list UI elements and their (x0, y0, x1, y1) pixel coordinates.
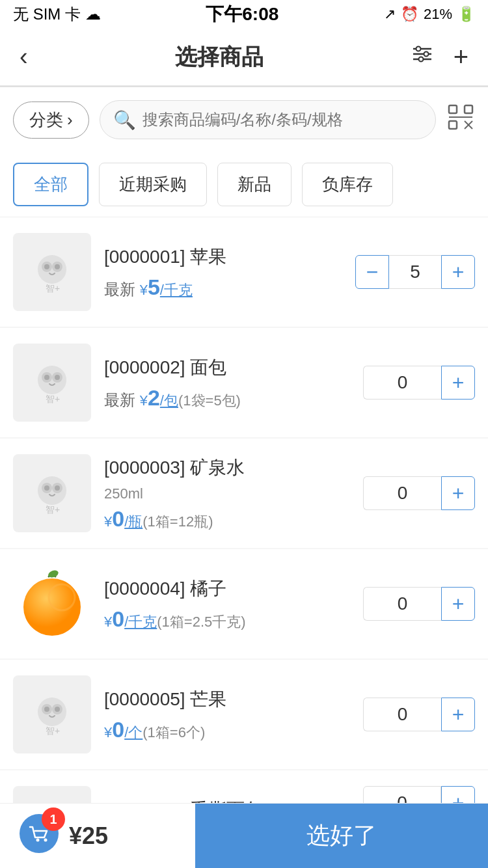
svg-text:智+: 智+ (46, 726, 60, 736)
nav-bar: ‹ 选择商品 + (0, 29, 488, 86)
battery-icon: 🔋 (457, 6, 475, 23)
chevron-icon: › (67, 110, 73, 130)
cart-badge: 1 (42, 807, 65, 831)
quantity-decrement[interactable]: − (355, 255, 389, 289)
svg-point-15 (44, 264, 49, 269)
svg-point-21 (44, 375, 49, 380)
svg-point-37 (55, 707, 60, 712)
quantity-input[interactable] (363, 698, 441, 731)
product-image: 智+ (13, 233, 91, 311)
status-right: ↗ ⏰ 21% 🔋 (384, 6, 475, 23)
list-item: 智+ [0000001] 苹果 最新 ¥5/千克 − + (0, 217, 488, 327)
quantity-input[interactable] (389, 255, 441, 289)
product-price: ¥0/千克(1箱=2.5千克) (104, 606, 350, 632)
svg-point-52 (36, 839, 40, 842)
product-image (13, 565, 91, 643)
search-box: 🔍 (100, 100, 436, 139)
svg-rect-6 (449, 105, 457, 113)
svg-rect-8 (449, 121, 457, 129)
product-info: [0000003] 矿泉水 250ml ¥0/瓶(1箱=12瓶) (104, 455, 350, 532)
product-name: [0000001] 苹果 (104, 245, 342, 269)
status-time: 下午6:08 (206, 2, 278, 27)
category-button[interactable]: 分类 › (13, 102, 89, 139)
svg-point-36 (44, 707, 49, 712)
svg-point-53 (44, 839, 47, 842)
quantity-increment[interactable]: + (441, 587, 475, 621)
quantity-control: + (363, 698, 475, 731)
list-item: 智+ [0000002] 面包 最新 ¥2/包(1袋=5包) + (0, 328, 488, 437)
quantity-control: − + (355, 255, 475, 289)
scan-icon[interactable] (446, 103, 475, 137)
category-label: 分类 (29, 109, 63, 131)
battery-text: 21% (424, 6, 452, 23)
quantity-control: + (363, 587, 475, 621)
product-list: 智+ [0000001] 苹果 最新 ¥5/千克 − + 智+ [0000002… (0, 217, 488, 868)
product-price: ¥0/个(1箱=6个) (104, 717, 350, 742)
bottom-bar: 1 ¥25 选好了 (0, 803, 488, 868)
tab-recent[interactable]: 近期采购 (99, 163, 207, 206)
list-item: 智+ [0000005] 芒果 ¥0/个(1箱=6个) + (0, 660, 488, 769)
alarm-icon: ⏰ (401, 6, 418, 23)
nav-actions: + (411, 42, 468, 72)
cart-total: ¥25 (69, 822, 108, 850)
svg-rect-7 (465, 105, 472, 113)
svg-text:智+: 智+ (46, 394, 60, 404)
quantity-increment[interactable]: + (441, 366, 475, 400)
quantity-input[interactable] (363, 587, 441, 621)
quantity-input[interactable] (363, 366, 441, 400)
svg-point-18 (38, 366, 66, 394)
product-image: 智+ (13, 344, 91, 422)
list-item: 智+ [0000003] 矿泉水 250ml ¥0/瓶(1箱=12瓶) + (0, 439, 488, 548)
svg-point-5 (418, 57, 423, 62)
quantity-increment[interactable]: + (441, 255, 475, 289)
svg-point-3 (416, 47, 420, 51)
product-info: [0000005] 芒果 ¥0/个(1箱=6个) (104, 687, 350, 742)
status-left: 无 SIM 卡 ☁ (13, 4, 101, 25)
page-title: 选择商品 (175, 42, 264, 72)
product-name: [0000003] 矿泉水 (104, 455, 350, 480)
svg-point-33 (38, 698, 66, 726)
filter-icon[interactable] (411, 42, 434, 72)
cart-section: 1 ¥25 (0, 814, 195, 858)
svg-point-4 (424, 52, 428, 57)
search-input[interactable] (142, 111, 422, 129)
product-info: [0000004] 橘子 ¥0/千克(1箱=2.5千克) (104, 576, 350, 632)
product-info: [0000002] 面包 最新 ¥2/包(1袋=5包) (104, 355, 350, 411)
back-button[interactable]: ‹ (20, 43, 28, 71)
tab-new[interactable]: 新品 (217, 163, 291, 206)
svg-text:智+: 智+ (46, 504, 60, 515)
signal-text: 无 SIM 卡 ☁ (13, 4, 101, 25)
product-price: ¥0/瓶(1箱=12瓶) (104, 506, 350, 532)
svg-point-27 (44, 485, 49, 491)
filter-bar: 分类 › 🔍 (0, 87, 488, 152)
cart-button[interactable]: 1 (20, 814, 59, 858)
quantity-input[interactable] (363, 476, 441, 510)
search-icon: 🔍 (113, 109, 136, 131)
product-name: [0000002] 面包 (104, 355, 350, 380)
status-bar: 无 SIM 卡 ☁ 下午6:08 ↗ ⏰ 21% 🔋 (0, 0, 488, 29)
product-image: 智+ (13, 454, 91, 532)
list-item: [0000004] 橘子 ¥0/千克(1箱=2.5千克) + (0, 549, 488, 658)
product-info: [0000001] 苹果 最新 ¥5/千克 (104, 245, 342, 300)
quantity-control: + (363, 476, 475, 510)
quantity-increment[interactable]: + (441, 698, 475, 731)
svg-point-24 (38, 476, 66, 505)
tab-all[interactable]: 全部 (13, 163, 88, 206)
quantity-control: + (363, 366, 475, 400)
add-button[interactable]: + (454, 42, 468, 72)
product-price: 最新 ¥2/包(1袋=5包) (104, 385, 350, 411)
svg-point-22 (55, 375, 60, 380)
svg-point-16 (55, 264, 60, 269)
svg-point-28 (55, 485, 60, 491)
tab-negative[interactable]: 负库存 (302, 163, 393, 206)
location-icon: ↗ (384, 6, 396, 23)
product-name: [0000005] 芒果 (104, 687, 350, 712)
confirm-button[interactable]: 选好了 (195, 804, 488, 869)
product-spec: 250ml (104, 485, 350, 502)
product-name: [0000004] 橘子 (104, 576, 350, 601)
product-price: 最新 ¥5/千克 (104, 275, 342, 300)
quantity-increment[interactable]: + (441, 476, 475, 510)
tabs-bar: 全部近期采购新品负库存 (0, 152, 488, 217)
svg-text:智+: 智+ (46, 283, 60, 293)
svg-point-12 (38, 255, 66, 284)
